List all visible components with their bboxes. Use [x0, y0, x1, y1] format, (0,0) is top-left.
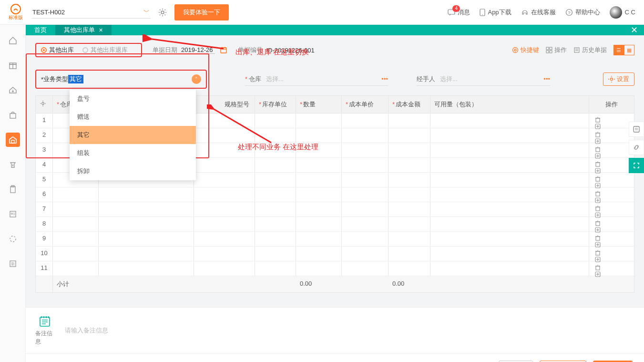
- side-note-icon[interactable]: [629, 122, 644, 137]
- svg-rect-75: [596, 163, 600, 166]
- more-icon[interactable]: •••: [543, 75, 550, 83]
- table-row[interactable]: 8: [36, 217, 634, 232]
- table-row[interactable]: 11: [36, 261, 634, 276]
- svg-rect-57: [596, 118, 600, 122]
- nav-loading-icon[interactable]: [6, 232, 20, 246]
- main-area: 首页 其他出库单 ✕ ✕ 其他出库 其他出库退库: [26, 25, 644, 362]
- table-row[interactable]: 6: [36, 187, 634, 202]
- trial-button[interactable]: 我要体验一下: [174, 4, 229, 21]
- settings-button[interactable]: 设置: [603, 72, 634, 86]
- nav-house-arrow-icon[interactable]: [6, 83, 20, 97]
- tab-home[interactable]: 首页: [26, 25, 55, 35]
- remarks-input[interactable]: 请输入备注信息: [65, 326, 108, 335]
- close-icon[interactable]: ✕: [99, 27, 103, 33]
- svg-rect-105: [596, 237, 600, 240]
- calendar-icon[interactable]: [220, 46, 227, 54]
- svg-point-45: [611, 78, 613, 81]
- delete-icon[interactable]: [593, 220, 630, 227]
- row-ops: [589, 261, 634, 276]
- table-row[interactable]: 7: [36, 202, 634, 217]
- delete-icon[interactable]: [593, 176, 630, 182]
- svg-rect-37: [550, 47, 552, 50]
- col-qty: *数量: [296, 96, 342, 113]
- nav-contact-icon[interactable]: [6, 207, 20, 221]
- nav-money-icon[interactable]: ¥: [6, 157, 20, 172]
- svg-rect-111: [596, 251, 600, 255]
- radio-dot-icon: [82, 47, 88, 53]
- row-ops: [589, 173, 634, 187]
- operate-button[interactable]: 操作: [546, 46, 567, 54]
- nav-clipboard-icon[interactable]: [6, 182, 20, 197]
- user-menu[interactable]: C C: [610, 6, 635, 19]
- top-header: 标准版 TEST-H002 ﹀ 我要体验一下 消息 4 App下载 在线客服 ?…: [0, 0, 644, 25]
- dropdown-option[interactable]: 赠送: [70, 108, 196, 126]
- history-button[interactable]: 历史单据: [573, 46, 607, 54]
- row-ops: [589, 232, 634, 246]
- nav-new-icon[interactable]: 新: [6, 257, 20, 271]
- dropdown-option[interactable]: 盘亏: [70, 90, 196, 108]
- help-center-button[interactable]: ? 帮助中心: [565, 8, 600, 17]
- warehouse-select[interactable]: * 仓库 选择... •••: [245, 73, 388, 86]
- row-ops: [589, 202, 634, 217]
- tab-other-outbound[interactable]: 其他出库单 ✕: [55, 25, 112, 35]
- delete-icon[interactable]: [593, 249, 630, 256]
- more-icon[interactable]: •••: [381, 75, 388, 83]
- svg-rect-93: [596, 207, 600, 211]
- delete-icon[interactable]: [593, 146, 630, 153]
- tabs-bar: 首页 其他出库单 ✕ ✕: [26, 25, 644, 35]
- settings-icon[interactable]: [158, 8, 167, 17]
- svg-rect-87: [596, 192, 600, 196]
- table-row[interactable]: 9: [36, 232, 634, 247]
- side-link-icon[interactable]: [629, 140, 644, 155]
- annotation-switch-hint: 出库、退库 在这里切换: [235, 48, 309, 57]
- table-row[interactable]: 10: [36, 247, 634, 261]
- handler-select[interactable]: 经手人 选择... •••: [417, 73, 550, 86]
- svg-rect-40: [574, 48, 579, 52]
- svg-text:?: ?: [568, 10, 570, 15]
- svg-text:¥: ¥: [12, 164, 14, 167]
- bill-date-value: 2019-12-26: [179, 46, 215, 54]
- svg-rect-36: [546, 47, 549, 50]
- dropdown-option-selected[interactable]: 其它: [70, 126, 196, 144]
- view-grid-button[interactable]: ▦: [624, 45, 634, 55]
- dropdown-option[interactable]: 拆卸: [70, 162, 196, 180]
- delete-icon[interactable]: [593, 131, 630, 138]
- svg-text:新: 新: [11, 262, 15, 266]
- svg-rect-38: [546, 51, 549, 53]
- svg-rect-18: [10, 114, 16, 118]
- nav-gift-icon[interactable]: [6, 58, 20, 72]
- online-service-button[interactable]: 在线客服: [521, 8, 556, 17]
- messages-button[interactable]: 消息 4: [448, 8, 470, 17]
- side-tools: [629, 122, 644, 176]
- side-expand-icon[interactable]: [629, 158, 644, 173]
- top-right-tools: 快捷键 操作 历史单据 ☰ ▦: [505, 45, 634, 55]
- nav-home-icon[interactable]: [6, 33, 20, 48]
- row-ops: [589, 143, 634, 157]
- footer-qty: 0.00: [296, 276, 342, 292]
- row-index: 4: [36, 158, 53, 172]
- svg-rect-30: [221, 48, 226, 53]
- delete-icon[interactable]: [593, 116, 630, 123]
- dropdown-option[interactable]: 组装: [70, 144, 196, 162]
- delete-icon[interactable]: [593, 264, 630, 271]
- shortcut-button[interactable]: 快捷键: [512, 46, 539, 54]
- svg-rect-131: [634, 126, 639, 132]
- svg-point-35: [514, 49, 516, 51]
- svg-line-7: [165, 14, 166, 15]
- nav-bag-icon[interactable]: [6, 108, 20, 122]
- row-index: 8: [36, 217, 53, 231]
- annotation-biz-hint: 处理不同业务 在这里处理: [238, 143, 318, 152]
- footer-actions: 放弃 保存草稿 保存 ▾: [26, 353, 644, 362]
- app-download-button[interactable]: App下载: [480, 8, 511, 17]
- delete-icon[interactable]: [593, 190, 630, 197]
- remarks-icon: 备注信息: [35, 315, 54, 346]
- account-select[interactable]: TEST-H002 ﹀: [31, 6, 151, 19]
- delete-icon[interactable]: [593, 205, 630, 212]
- delete-icon[interactable]: [593, 235, 630, 241]
- close-all-tabs-button[interactable]: ✕: [624, 25, 644, 35]
- svg-rect-39: [550, 51, 552, 53]
- view-list-button[interactable]: ☰: [613, 45, 624, 55]
- row-ops: [589, 114, 634, 128]
- delete-icon[interactable]: [593, 161, 630, 167]
- nav-warehouse-icon[interactable]: [6, 133, 20, 147]
